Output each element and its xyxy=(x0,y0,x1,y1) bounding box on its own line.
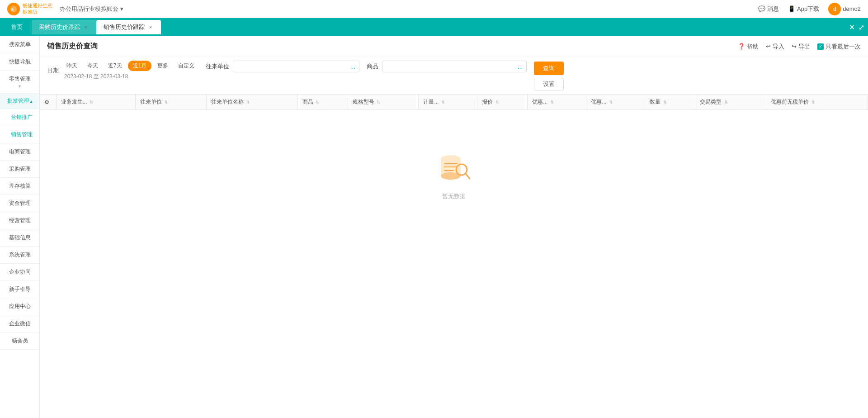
col-biz-date[interactable]: 业务发生... ⇅ xyxy=(56,95,136,110)
query-button[interactable]: 查询 xyxy=(534,62,564,75)
enterprise-collab-label: 企业协同 xyxy=(9,268,31,276)
col-quote[interactable]: 报价 ⇅ xyxy=(477,95,528,110)
purchase-label: 采购管理 xyxy=(9,165,31,173)
col-goods[interactable]: 商品 ⇅ xyxy=(297,95,348,110)
goods-input[interactable]: ... xyxy=(382,61,527,72)
col-counterpart-name[interactable]: 往来单位名称 ⇅ xyxy=(206,95,297,110)
sort-icon-counterpart-name: ⇅ xyxy=(246,100,250,104)
export-icon: ↪ xyxy=(792,43,797,50)
sidebar: 搜索菜单 快捷导航 零售管理 ▾ 批发管理 ▴ 营销推广 销售管理 电商管理 采… xyxy=(0,36,40,418)
date-btn-yesterday[interactable]: 昨天 xyxy=(62,61,81,71)
org-dropdown-icon: ▾ xyxy=(120,5,123,12)
tab-sales-history[interactable]: 销售历史价跟踪 × xyxy=(96,20,161,34)
tab-purchase-close[interactable]: × xyxy=(83,24,89,30)
tab-home[interactable]: 首页 xyxy=(4,20,30,34)
counterpart-label: 往来单位 xyxy=(206,62,229,71)
sidebar-item-retail-mgmt[interactable]: 零售管理 ▾ xyxy=(0,71,39,94)
sidebar-item-ecommerce[interactable]: 电商管理 xyxy=(0,143,39,161)
retail-mgmt-label: 零售管理 xyxy=(9,75,31,83)
sidebar-item-finance[interactable]: 资金管理 xyxy=(0,195,39,212)
date-btn-more[interactable]: 更多 xyxy=(153,61,172,71)
action-buttons: 查询 设置 xyxy=(534,62,564,90)
col-discount2[interactable]: 优惠... ⇅ xyxy=(586,95,645,110)
avatar: d xyxy=(828,3,841,15)
settings-button[interactable]: 设置 xyxy=(534,78,564,90)
col-pretax-price[interactable]: 优惠前无税单价 ⇅ xyxy=(766,95,868,110)
tab-purchase-history[interactable]: 采购历史价跟踪 × xyxy=(32,20,96,34)
sys-mgmt-label: 系统管理 xyxy=(9,251,31,259)
tab-home-label: 首页 xyxy=(11,23,23,31)
col-settings: ⚙ xyxy=(40,95,56,110)
app-center-label: 应用中心 xyxy=(9,303,31,310)
date-btn-custom[interactable]: 自定义 xyxy=(174,61,198,71)
col-counterpart-code[interactable]: 往来单位 ⇅ xyxy=(136,95,207,110)
user-profile[interactable]: d demo2 xyxy=(828,3,861,15)
wholesale-mgmt-arrow: ▴ xyxy=(30,98,33,104)
counterpart-input[interactable]: ... xyxy=(233,61,359,72)
sort-icon-biz-date: ⇅ xyxy=(90,100,93,104)
tab-bar-right: ✕ ⤢ xyxy=(849,23,864,32)
message-icon: 💬 xyxy=(758,5,765,12)
tab-sales-close[interactable]: × xyxy=(147,24,154,30)
tab-purchase-label: 采购历史价跟踪 xyxy=(39,23,80,31)
sidebar-item-sys-mgmt[interactable]: 系统管理 xyxy=(0,247,39,264)
tab-expand-icon[interactable]: ⤢ xyxy=(859,23,864,32)
sidebar-item-quick-nav[interactable]: 快捷导航 xyxy=(0,53,39,71)
sidebar-item-search-menu[interactable]: 搜索菜单 xyxy=(0,36,39,53)
col-trade-type[interactable]: 交易类型 ⇅ xyxy=(695,95,766,110)
col-discount1[interactable]: 优惠... ⇅ xyxy=(528,95,586,110)
col-unit[interactable]: 计量... ⇅ xyxy=(419,95,477,110)
wholesale-mgmt-label: 批发管理 xyxy=(7,97,29,105)
date-btn-1month[interactable]: 近1月 xyxy=(128,61,152,71)
ecommerce-label: 电商管理 xyxy=(9,148,31,156)
export-btn[interactable]: ↪ 导出 xyxy=(792,43,810,51)
sidebar-item-enterprise-wechat[interactable]: 企业微信 xyxy=(0,315,39,332)
checkbox-icon xyxy=(817,43,824,50)
col-spec[interactable]: 规格型号 ⇅ xyxy=(348,95,419,110)
only-last-checkbox[interactable]: 只看最后一次 xyxy=(817,43,861,51)
sort-icon-discount2: ⇅ xyxy=(609,100,613,104)
sidebar-item-basic-info[interactable]: 基础信息 xyxy=(0,229,39,247)
search-menu-label: 搜索菜单 xyxy=(9,41,31,48)
sidebar-item-enterprise-collab[interactable]: 企业协同 xyxy=(0,264,39,281)
goods-dots-icon: ... xyxy=(518,63,523,70)
logo-icon: 6 xyxy=(7,3,20,15)
basic-info-label: 基础信息 xyxy=(9,234,31,242)
date-btn-7days[interactable]: 近7天 xyxy=(104,61,126,71)
sidebar-item-wholesale-mgmt[interactable]: 批发管理 ▴ xyxy=(0,94,39,109)
sidebar-item-app-center[interactable]: 应用中心 xyxy=(0,298,39,315)
inventory-label: 库存核算 xyxy=(9,182,31,190)
sidebar-item-member[interactable]: 畅会员 xyxy=(0,332,39,350)
svg-line-9 xyxy=(466,174,470,179)
tab-bar: 首页 采购历史价跟踪 × 销售历史价跟踪 × ✕ ⤢ xyxy=(0,18,868,36)
col-qty[interactable]: 数量 ⇅ xyxy=(645,95,695,110)
date-options-wrap: 昨天 今天 近7天 近1月 更多 自定义 2023-02-18 至 2023-0… xyxy=(62,61,198,81)
logo-area: 6 畅捷通好生意 标准版 xyxy=(7,3,52,15)
app-download-btn[interactable]: 📱 App下载 xyxy=(788,5,819,13)
top-bar-right: 💬 消息 📱 App下载 d demo2 xyxy=(758,3,861,15)
sidebar-item-sales-mgmt[interactable]: 销售管理 xyxy=(0,126,39,143)
sort-icon-quote: ⇅ xyxy=(495,100,499,104)
sidebar-item-inventory[interactable]: 库存核算 xyxy=(0,178,39,195)
sidebar-item-ops[interactable]: 经营管理 xyxy=(0,212,39,229)
date-buttons: 昨天 今天 近7天 近1月 更多 自定义 xyxy=(62,61,198,71)
settings-icon[interactable]: ⚙ xyxy=(44,99,49,105)
date-btn-today[interactable]: 今天 xyxy=(83,61,102,71)
sort-icon-trade-type: ⇅ xyxy=(724,100,728,104)
finance-label: 资金管理 xyxy=(9,200,31,207)
sort-icon-goods: ⇅ xyxy=(316,100,319,104)
sidebar-item-purchase[interactable]: 采购管理 xyxy=(0,161,39,178)
page-header: 销售历史价查询 ❓ 帮助 ↩ 导入 ↪ 导出 只看最后一次 xyxy=(40,36,868,55)
tab-close-all-icon[interactable]: ✕ xyxy=(849,23,855,32)
content: 销售历史价查询 ❓ 帮助 ↩ 导入 ↪ 导出 只看最后一次 xyxy=(40,36,868,418)
top-bar: 6 畅捷通好生意 标准版 办公用品行业模拟账套 ▾ 💬 消息 📱 App下载 d… xyxy=(0,0,868,18)
org-selector[interactable]: 办公用品行业模拟账套 ▾ xyxy=(56,3,127,15)
sort-icon-qty: ⇅ xyxy=(663,100,667,104)
help-btn[interactable]: ❓ 帮助 xyxy=(738,43,759,51)
message-btn[interactable]: 💬 消息 xyxy=(758,5,779,13)
filter-area: 日期 昨天 今天 近7天 近1月 更多 自定义 2023-02-18 至 202… xyxy=(40,55,868,95)
import-btn[interactable]: ↩ 导入 xyxy=(766,43,784,51)
top-bar-left: 6 畅捷通好生意 标准版 办公用品行业模拟账套 ▾ xyxy=(7,3,127,15)
sidebar-item-new-guide[interactable]: 新手引导 xyxy=(0,281,39,298)
sidebar-item-marketing[interactable]: 营销推广 xyxy=(0,109,39,126)
